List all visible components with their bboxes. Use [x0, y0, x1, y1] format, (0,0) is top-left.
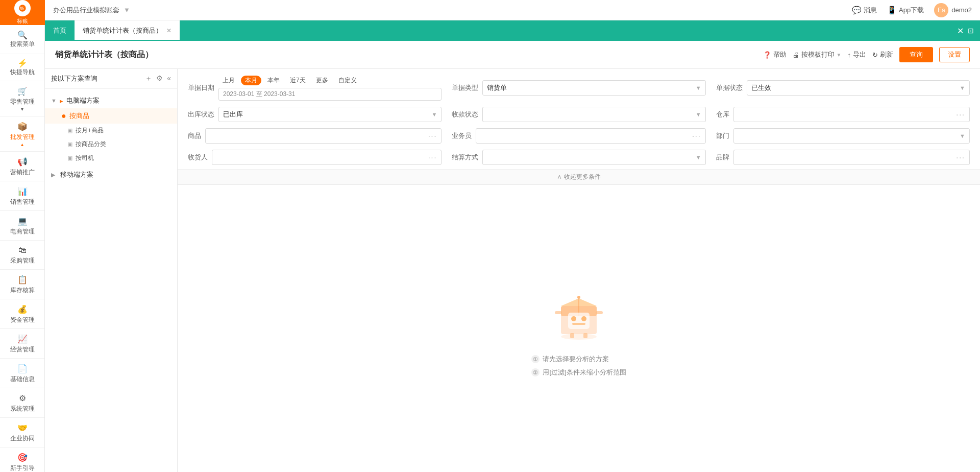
- sidebar-item-system[interactable]: ⚙ 系统管理: [0, 388, 44, 418]
- date-tab-this-month[interactable]: 本月: [241, 76, 261, 85]
- payment-input[interactable]: ▼: [482, 150, 705, 165]
- svg-rect-13: [570, 333, 574, 338]
- salesperson-label: 业务员: [452, 131, 476, 140]
- management-icon: 📈: [17, 334, 28, 344]
- sidebar-item-purchase[interactable]: 🛍 采购管理: [0, 241, 44, 270]
- filter-container: 单据日期 上月 本月 本年 近7天 更多 自定义 20: [178, 69, 980, 185]
- goods-input[interactable]: ···: [205, 128, 442, 144]
- sidebar-item-guide[interactable]: 🎯 新手引导: [0, 447, 44, 472]
- tab-close-sales-stat[interactable]: ✕: [166, 27, 172, 34]
- left-panel-header: 按以下方案查询 ＋ ⚙ «: [45, 69, 177, 89]
- sidebar-item-management[interactable]: 📈 经营管理: [0, 329, 44, 359]
- filter-outstatus-cell: 出库状态 已出库 ▼: [188, 107, 442, 122]
- empty-tips: ① 请先选择要分析的方案 ② 用[过滤]条件来缩小分析范围: [531, 352, 626, 379]
- add-scheme-icon[interactable]: ＋: [145, 74, 152, 83]
- guide-icon: 🎯: [17, 453, 28, 462]
- receiver-input[interactable]: ···: [212, 150, 442, 165]
- svg-point-12: [561, 334, 597, 340]
- outstatus-input[interactable]: 已出库 ▼: [218, 107, 442, 122]
- warehouse-dots: ···: [956, 110, 965, 119]
- page-title: 销货单统计计表（按商品）: [55, 50, 153, 66]
- sidebar-item-inventory[interactable]: 📋 库存核算: [0, 270, 44, 299]
- query-button[interactable]: 查询: [899, 47, 933, 62]
- payment-dropdown-arrow: ▼: [696, 154, 701, 160]
- collapse-panel-icon[interactable]: «: [167, 74, 171, 83]
- sales-icon: 📊: [17, 186, 28, 196]
- tree-parent-pc[interactable]: ▼ ▸ 电脑端方案: [45, 93, 177, 108]
- print-icon: 🖨: [793, 51, 799, 59]
- tree-grandchild-driver[interactable]: ▣ 按司机: [45, 151, 177, 165]
- warehouse-input[interactable]: ···: [733, 107, 970, 122]
- left-panel: 按以下方案查询 ＋ ⚙ « ▼ ▸ 电脑端方案 ●: [45, 69, 178, 472]
- salesperson-input[interactable]: ···: [476, 128, 705, 144]
- date-tab-custom[interactable]: 自定义: [334, 75, 361, 86]
- print-dropdown-arrow[interactable]: ▼: [837, 52, 842, 58]
- dept-dropdown-arrow: ▼: [960, 133, 965, 139]
- message-btn[interactable]: 💬 消息: [852, 6, 877, 15]
- settings-scheme-icon[interactable]: ⚙: [156, 74, 163, 83]
- date-tab-more[interactable]: 更多: [312, 75, 332, 86]
- tree-parent-mobile[interactable]: ▶ 移动端方案: [45, 167, 177, 182]
- user-menu[interactable]: Ea demo2: [934, 3, 972, 17]
- settings-button[interactable]: 设置: [939, 47, 970, 62]
- sidebar-item-retail[interactable]: 🛒 零售管理 ▾: [0, 81, 44, 116]
- filter-receiver-cell: 收货人 ···: [188, 150, 442, 165]
- sidebar-item-marketing[interactable]: 📢 营销推广: [0, 152, 44, 181]
- docstatus-input[interactable]: 已生效 ▼: [747, 80, 970, 96]
- filter-brand-cell: 品牌 ···: [716, 150, 970, 165]
- sidebar-item-wholesale[interactable]: 📦 批发管理 ▴: [0, 116, 44, 152]
- doctype-label: 单据类型: [452, 83, 482, 92]
- refresh-btn[interactable]: ↻ 刷新: [872, 50, 893, 59]
- date-tab-last-month[interactable]: 上月: [218, 75, 239, 86]
- user-avatar: Ea: [934, 3, 948, 17]
- tip-num-1: ①: [531, 355, 540, 363]
- svg-point-8: [581, 316, 586, 321]
- docstatus-value: 已生效: [751, 83, 960, 92]
- close-window-btn[interactable]: ✕: [957, 26, 964, 36]
- filter-docstatus-cell: 单据状态 已生效 ▼: [716, 75, 970, 101]
- tree-grandchild-month-goods[interactable]: ▣ 按月+商品: [45, 124, 177, 137]
- dropdown-arrow[interactable]: ▼: [124, 6, 130, 14]
- dept-input[interactable]: ▼: [733, 128, 970, 144]
- maximize-window-btn[interactable]: ⊡: [968, 27, 974, 35]
- recvstatus-input[interactable]: ▼: [482, 107, 705, 122]
- app-download-btn[interactable]: 📱 App下载: [887, 6, 924, 15]
- svg-point-11: [577, 296, 580, 299]
- sidebar-item-ecommerce[interactable]: 💻 电商管理: [0, 211, 44, 241]
- template-print-btn[interactable]: 🖨 按模板打印 ▼: [793, 50, 842, 59]
- outstatus-dropdown-arrow: ▼: [431, 111, 437, 117]
- system-icon: ⚙: [19, 393, 26, 403]
- doctype-input[interactable]: 销货单 ▼: [482, 80, 705, 96]
- page-actions: ❓ 帮助 🖨 按模板打印 ▼ ↑ 导出 ↻ 刷新 查询 设置: [763, 47, 970, 68]
- export-icon: ↑: [848, 51, 851, 59]
- sidebar-nav[interactable]: ⚡ 快捷导航: [0, 54, 44, 81]
- tree-grandchild-category[interactable]: ▣ 按商品分类: [45, 137, 177, 151]
- tab-sales-stat[interactable]: 销货单统计计表（按商品） ✕: [75, 20, 180, 41]
- filter-goods-cell: 商品 ···: [188, 128, 442, 144]
- filter-warehouse-cell: 仓库 ···: [716, 107, 970, 122]
- topbar-left: 办公用品行业模拟账套 ▼: [53, 6, 130, 15]
- sidebar-item-finance[interactable]: 💰 资金管理: [0, 299, 44, 329]
- sidebar-search[interactable]: 🔍 搜索菜单: [0, 25, 44, 54]
- tab-home[interactable]: 首页: [45, 20, 75, 41]
- date-label: 单据日期: [188, 83, 218, 92]
- doctype-dropdown-arrow: ▼: [696, 85, 701, 91]
- empty-state: ① 请先选择要分析的方案 ② 用[过滤]条件来缩小分析范围: [178, 185, 980, 472]
- sidebar-item-sales[interactable]: 📊 销售管理: [0, 181, 44, 211]
- goods-dots: ···: [428, 132, 437, 140]
- tree-child-by-goods[interactable]: ● 按商品: [45, 108, 177, 124]
- brand-input[interactable]: ···: [733, 150, 970, 165]
- export-btn[interactable]: ↑ 导出: [848, 50, 867, 59]
- date-tab-this-year[interactable]: 本年: [263, 75, 284, 86]
- help-icon: ❓: [763, 51, 771, 59]
- filter-salesperson-cell: 业务员 ···: [452, 128, 705, 144]
- sidebar-item-collab[interactable]: 🤝 企业协同: [0, 418, 44, 447]
- sidebar-item-basic[interactable]: 📄 基础信息: [0, 359, 44, 388]
- active-indicator: ●: [61, 111, 66, 121]
- tip-text-1: 请先选择要分析的方案: [543, 352, 609, 366]
- date-tab-7days[interactable]: 近7天: [286, 75, 310, 86]
- help-btn[interactable]: ❓ 帮助: [763, 50, 787, 59]
- collapse-bar[interactable]: ∧ 收起更多条件: [178, 169, 980, 184]
- filter-dept-cell: 部门 ▼: [716, 128, 970, 144]
- date-range-display[interactable]: 2023-03-01 至 2023-03-31: [218, 88, 442, 101]
